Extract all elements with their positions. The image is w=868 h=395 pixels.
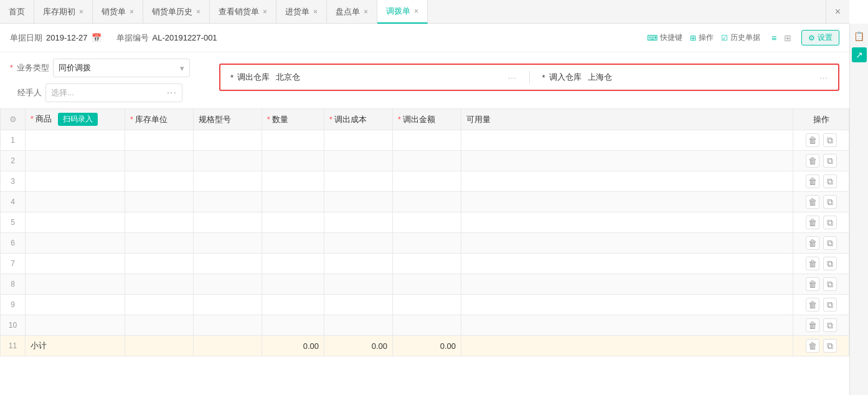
unit-cell[interactable]	[125, 315, 194, 336]
product-cell[interactable]	[26, 212, 125, 233]
qty-cell[interactable]	[262, 151, 324, 171]
spec-cell[interactable]	[194, 130, 262, 151]
amount-cell[interactable]	[393, 212, 461, 233]
qty-cell[interactable]	[262, 192, 324, 212]
operations-button[interactable]: ⊞ 操作	[690, 32, 714, 43]
subtotal-delete-btn[interactable]: 🗑	[806, 339, 819, 353]
settings-button[interactable]: ⚙ 设置	[801, 30, 839, 45]
close-view-sales[interactable]: ×	[263, 7, 267, 16]
copy-row-btn[interactable]: ⧉	[823, 257, 837, 270]
unit-cell[interactable]	[125, 151, 194, 171]
layout-list-icon[interactable]: ≡	[768, 32, 780, 44]
delete-row-btn[interactable]: 🗑	[806, 236, 819, 250]
cost-cell[interactable]	[324, 171, 393, 192]
copy-row-btn[interactable]: ⧉	[823, 216, 837, 229]
qty-cell[interactable]	[262, 171, 324, 192]
amount-cell[interactable]	[393, 274, 461, 295]
product-cell[interactable]	[26, 274, 125, 295]
qty-cell[interactable]	[262, 295, 324, 315]
delete-row-btn[interactable]: 🗑	[806, 133, 819, 147]
calendar-icon[interactable]: 📅	[92, 33, 101, 42]
product-cell[interactable]	[26, 171, 125, 192]
subtotal-copy-btn[interactable]: ⧉	[823, 339, 837, 353]
delete-row-btn[interactable]: 🗑	[806, 154, 819, 168]
spec-cell[interactable]	[194, 233, 262, 254]
copy-row-btn[interactable]: ⧉	[823, 318, 837, 332]
unit-cell[interactable]	[125, 130, 194, 151]
cost-cell[interactable]	[324, 274, 393, 295]
unit-cell[interactable]	[125, 254, 194, 274]
spec-cell[interactable]	[194, 295, 262, 315]
cost-cell[interactable]	[324, 233, 393, 254]
tab-purchase-order[interactable]: 进货单 ×	[276, 0, 327, 24]
product-cell[interactable]	[26, 151, 125, 171]
qty-cell[interactable]	[262, 212, 324, 233]
qty-cell[interactable]	[262, 315, 324, 336]
amount-cell[interactable]	[393, 233, 461, 254]
delete-row-btn[interactable]: 🗑	[806, 277, 819, 291]
qty-cell[interactable]	[262, 233, 324, 254]
product-cell[interactable]	[26, 192, 125, 212]
product-cell[interactable]	[26, 295, 125, 315]
amount-cell[interactable]	[393, 315, 461, 336]
product-cell[interactable]	[26, 233, 125, 254]
tab-view-sales[interactable]: 查看销货单 ×	[210, 0, 276, 24]
window-close-button[interactable]: ×	[826, 0, 849, 24]
shortcuts-button[interactable]: ⌨ 快捷键	[647, 32, 682, 43]
transfer-out-more-icon[interactable]: ···	[508, 73, 517, 82]
qty-cell[interactable]	[262, 130, 324, 151]
delete-row-btn[interactable]: 🗑	[806, 318, 819, 332]
tab-sales-order[interactable]: 销货单 ×	[93, 0, 143, 24]
copy-row-btn[interactable]: ⧉	[823, 236, 837, 250]
copy-row-btn[interactable]: ⧉	[823, 195, 837, 209]
amount-cell[interactable]	[393, 192, 461, 212]
scan-button[interactable]: 扫码录入	[58, 113, 98, 126]
copy-row-btn[interactable]: ⧉	[823, 298, 837, 312]
copy-row-btn[interactable]: ⧉	[823, 133, 837, 147]
cost-cell[interactable]	[324, 130, 393, 151]
qty-cell[interactable]	[262, 254, 324, 274]
qty-cell[interactable]	[262, 274, 324, 295]
close-stocktake[interactable]: ×	[364, 7, 368, 16]
delete-row-btn[interactable]: 🗑	[806, 257, 819, 270]
spec-cell[interactable]	[194, 212, 262, 233]
cost-cell[interactable]	[324, 315, 393, 336]
cost-cell[interactable]	[324, 192, 393, 212]
spec-cell[interactable]	[194, 151, 262, 171]
person-input[interactable]: 选择... ···	[45, 83, 182, 102]
copy-row-btn[interactable]: ⧉	[823, 174, 837, 188]
amount-cell[interactable]	[393, 254, 461, 274]
spec-cell[interactable]	[194, 315, 262, 336]
unit-cell[interactable]	[125, 171, 194, 192]
amount-cell[interactable]	[393, 130, 461, 151]
spec-cell[interactable]	[194, 254, 262, 274]
layout-grid-icon[interactable]: ⊞	[781, 32, 794, 44]
unit-cell[interactable]	[125, 233, 194, 254]
amount-cell[interactable]	[393, 151, 461, 171]
amount-cell[interactable]	[393, 295, 461, 315]
sidebar-doc-icon[interactable]: 📋	[852, 29, 867, 44]
spec-cell[interactable]	[194, 274, 262, 295]
more-icon[interactable]: ···	[167, 87, 177, 98]
tab-stocktake[interactable]: 盘点单 ×	[327, 0, 377, 24]
delete-row-btn[interactable]: 🗑	[806, 174, 819, 188]
close-transfer[interactable]: ×	[414, 7, 418, 16]
close-sales-order[interactable]: ×	[130, 7, 134, 16]
close-inventory-init[interactable]: ×	[79, 7, 83, 16]
spec-cell[interactable]	[194, 171, 262, 192]
business-type-input[interactable]: 同价调拨 ▾	[53, 59, 190, 77]
tab-transfer[interactable]: 调拨单 ×	[377, 0, 428, 24]
product-cell[interactable]	[26, 254, 125, 274]
tab-inventory-init[interactable]: 库存期初 ×	[34, 0, 93, 24]
unit-cell[interactable]	[125, 192, 194, 212]
delete-row-btn[interactable]: 🗑	[806, 216, 819, 229]
product-cell[interactable]	[26, 130, 125, 151]
gear-icon[interactable]: ⚙	[6, 115, 20, 124]
delete-row-btn[interactable]: 🗑	[806, 195, 819, 209]
history-button[interactable]: ☑ 历史单据	[721, 32, 760, 43]
sidebar-export-icon[interactable]: ↗	[852, 47, 867, 62]
product-cell[interactable]	[26, 315, 125, 336]
spec-cell[interactable]	[194, 192, 262, 212]
cost-cell[interactable]	[324, 254, 393, 274]
tab-home[interactable]: 首页	[0, 0, 34, 24]
